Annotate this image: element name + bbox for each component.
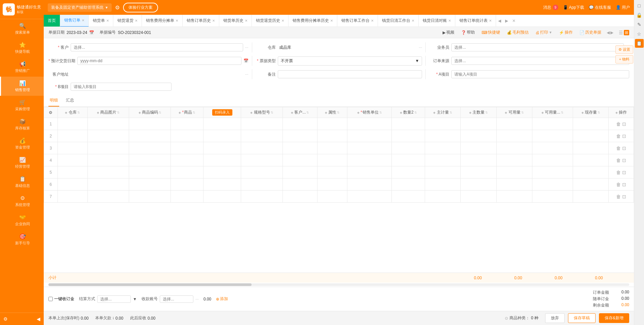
cell-qty2[interactable]: [392, 118, 425, 130]
one-click-checkbox-input[interactable]: [48, 297, 53, 301]
clipboard-icon[interactable]: 📋: [635, 39, 644, 48]
cell-current[interactable]: [573, 166, 609, 178]
add-receipt-btn[interactable]: ⊕ 添加: [216, 296, 228, 302]
sidebar-item-快捷导航[interactable]: ⭐快捷导航: [0, 38, 44, 57]
cell-unit[interactable]: [347, 166, 392, 178]
cell-avail[interactable]: [496, 130, 532, 142]
sidebar-item-搜索菜单[interactable]: 🔍搜索菜单: [0, 19, 44, 38]
cell-main_qty[interactable]: [461, 154, 496, 166]
cell-gear[interactable]: 1: [44, 118, 58, 130]
cell-gear[interactable]: 6: [44, 178, 58, 191]
customer-input[interactable]: [71, 43, 243, 51]
tab-销货退货[interactable]: 销货退货✕: [113, 15, 142, 27]
cell-attr[interactable]: [317, 118, 347, 130]
square-icon[interactable]: □: [635, 1, 644, 10]
cell-product[interactable]: [171, 166, 203, 178]
copy-icon[interactable]: ⊡: [622, 146, 626, 151]
cell-code[interactable]: [129, 130, 171, 142]
app-download-action[interactable]: 📱 App下载: [563, 5, 584, 10]
dropdown-icon[interactable]: ▼: [105, 6, 108, 9]
next-icon[interactable]: ▶: [610, 30, 613, 35]
receipt-account-input[interactable]: [160, 295, 193, 303]
cell-main_unit[interactable]: [425, 191, 460, 203]
settings-right-btn[interactable]: ⚙ 设置: [615, 45, 633, 54]
tab-销售订单统计表[interactable]: 销售订单统计表✕: [455, 15, 496, 27]
cell-product[interactable]: [171, 130, 203, 142]
cell-unit[interactable]: [347, 142, 392, 154]
tab-首页[interactable]: 首页: [44, 15, 60, 27]
cell-main_unit[interactable]: [425, 154, 460, 166]
b-project-input[interactable]: [71, 83, 172, 91]
list-view-icon[interactable]: ☰: [619, 30, 623, 35]
cell-gear[interactable]: 5: [44, 166, 58, 178]
edit-icon[interactable]: ✎: [635, 20, 644, 29]
salesperson-input[interactable]: [451, 43, 624, 51]
sidebar-item-企业协同[interactable]: 🤝企业协同: [0, 211, 44, 230]
cell-main_unit[interactable]: [425, 178, 460, 191]
cell-img[interactable]: [87, 178, 129, 191]
copy-icon[interactable]: ⊡: [622, 182, 626, 187]
cell-main_qty[interactable]: [461, 166, 496, 178]
operation-action[interactable]: ⚡ 操作: [558, 29, 574, 36]
copy-icon[interactable]: ⊡: [622, 194, 626, 199]
cell-main_unit[interactable]: [425, 130, 460, 142]
cell-avail[interactable]: [496, 178, 532, 191]
cell-code[interactable]: [129, 154, 171, 166]
cell-main_unit[interactable]: [425, 142, 460, 154]
copy-icon[interactable]: ⊡: [622, 133, 626, 139]
cell-code[interactable]: [129, 142, 171, 154]
cell-unit[interactable]: [347, 191, 392, 203]
a-project-input[interactable]: [451, 70, 629, 78]
cell-customer_code[interactable]: [282, 178, 317, 191]
invoice-type-select[interactable]: 不开票 ▼: [278, 56, 422, 66]
table-scroll[interactable]: [44, 283, 634, 287]
cell-scan[interactable]: [203, 191, 241, 203]
tab-销售订单工作台[interactable]: 销售订单工作台✕: [337, 15, 378, 27]
cell-warehouse[interactable]: [58, 118, 87, 130]
delete-icon[interactable]: 🗑: [616, 170, 621, 175]
sidebar-item-资金管理[interactable]: 💰资金管理: [0, 134, 44, 153]
tab-close-icon[interactable]: ✕: [371, 19, 374, 23]
tab-close-icon[interactable]: ✕: [82, 18, 84, 22]
delete-icon[interactable]: 🗑: [616, 146, 621, 151]
cell-product[interactable]: [171, 178, 203, 191]
tab-nav-next[interactable]: ▶: [503, 18, 510, 23]
tab-销货单历史[interactable]: 销货单历史✕: [219, 15, 252, 27]
calendar-icon2[interactable]: 📅: [243, 58, 249, 63]
help-action[interactable]: ❓ 帮助: [460, 29, 476, 36]
discard-btn[interactable]: 放弃: [545, 313, 565, 323]
cell-avail2[interactable]: [532, 142, 573, 154]
cell-avail[interactable]: [496, 191, 532, 203]
cell-qty2[interactable]: [392, 178, 425, 191]
message-action[interactable]: 消息 9: [543, 5, 558, 10]
delete-icon[interactable]: 🗑: [616, 121, 621, 127]
cell-qty2[interactable]: [392, 154, 425, 166]
print-action[interactable]: 🖨 打印 ▼: [534, 29, 554, 36]
cell-scan[interactable]: [203, 118, 241, 130]
gear-icon[interactable]: ⚙: [49, 110, 52, 115]
delivery-date-input[interactable]: [77, 57, 241, 65]
cell-avail[interactable]: [496, 166, 532, 178]
receipt-dots[interactable]: ···: [195, 297, 199, 301]
cell-attr[interactable]: [317, 191, 347, 203]
cell-attr[interactable]: [317, 166, 347, 178]
cell-current[interactable]: [573, 130, 609, 142]
current-due-info-icon[interactable]: ℹ: [113, 316, 114, 320]
cell-qty2[interactable]: [392, 142, 425, 154]
warehouse-dots[interactable]: ···: [419, 45, 422, 50]
cell-code[interactable]: [129, 118, 171, 130]
customer-dots[interactable]: ···: [245, 45, 249, 50]
cell-customer_code[interactable]: [282, 118, 317, 130]
cell-customer_code[interactable]: [282, 191, 317, 203]
sidebar-item-系统管理[interactable]: ⚙系统管理: [0, 192, 44, 211]
tab-nav-close[interactable]: ✕: [510, 18, 518, 23]
sidebar-collapse-icon[interactable]: ◀: [37, 316, 40, 322]
cell-scan[interactable]: [203, 178, 241, 191]
cell-unit[interactable]: [347, 178, 392, 191]
tab-销售费用分摊单[interactable]: 销售费用分摊单✕: [142, 15, 183, 27]
cell-main_unit[interactable]: [425, 166, 460, 178]
cell-current[interactable]: [573, 154, 609, 166]
cell-scan[interactable]: [203, 130, 241, 142]
tab-close-icon[interactable]: ✕: [106, 19, 109, 23]
calendar-icon[interactable]: 📅: [89, 30, 94, 35]
